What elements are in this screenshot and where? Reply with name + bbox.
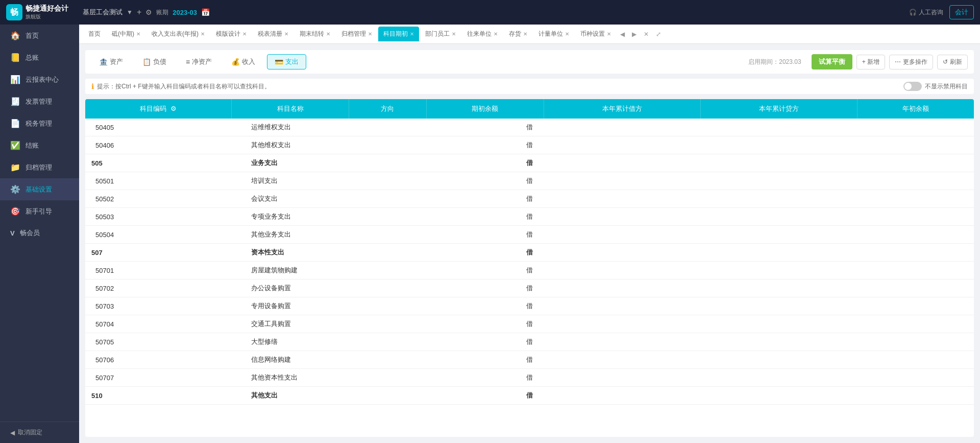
more-label: 更多操作 — [903, 58, 927, 66]
sidebar-item-member[interactable]: V 畅会员 — [0, 222, 79, 244]
cell-year-opening — [885, 262, 974, 279]
column-settings-icon[interactable]: ⚙ — [170, 105, 177, 112]
customer-service-button[interactable]: 🎧 人工咨询 — [909, 8, 943, 17]
tab-currency[interactable]: 币种设置 ✕ — [575, 27, 616, 41]
cell-opening — [565, 279, 672, 297]
table-row[interactable]: 50503 专项业务支出 借 — [85, 208, 974, 226]
tab-close-tax[interactable]: ✕ — [284, 31, 288, 37]
cell-code: 50701 — [85, 262, 245, 279]
refresh-button[interactable]: ↺ 刷新 — [937, 55, 968, 69]
calendar-icon[interactable]: 📅 — [201, 8, 210, 16]
tab-close-template[interactable]: ✕ — [242, 31, 247, 37]
top-header: 畅 畅捷通好会计 旗舰版 基层工会测试 ▼ + ⚙ 账期 2023-03 📅 🎧… — [0, 0, 980, 25]
sidebar-item-ledger[interactable]: 📒 总账 — [0, 46, 79, 68]
tab-close-annual[interactable]: ✕ — [201, 31, 205, 37]
table-row[interactable]: 50707 其他资本性支出 借 — [85, 369, 974, 387]
sidebar-collapse-button[interactable]: ◀ 取消固定 — [0, 422, 79, 443]
tab-close-counterpart[interactable]: ✕ — [494, 31, 498, 37]
workspace-name[interactable]: 基层工会测试 — [83, 8, 122, 17]
cat-tab-asset[interactable]: 🏦 资产 — [91, 54, 131, 69]
sidebar-item-close[interactable]: ✅ 结账 — [0, 134, 79, 156]
tab-close-dept-staff[interactable]: ✕ — [452, 31, 456, 37]
sidebar-item-home[interactable]: 🏠 首页 — [0, 25, 79, 46]
action-buttons: 试算平衡 + 新增 ⋯ 更多操作 ↺ 刷新 — [812, 54, 968, 69]
tab-subject-init[interactable]: 科目期初 ✕ — [378, 27, 419, 41]
tab-close-currency[interactable]: ✕ — [607, 31, 611, 37]
table-row[interactable]: 50705 大型修缮 借 — [85, 333, 974, 351]
table-scroll-area[interactable]: 50405 运维维权支出 借 50406 其他维权支出 借 505 业务支出 借… — [85, 119, 974, 437]
sidebar-item-guide[interactable]: 🎯 新手引导 — [0, 200, 79, 222]
table-row[interactable]: 50501 培训支出 借 — [85, 172, 974, 190]
data-table-container: 科目编码 ⚙ 科目名称 方向 期初余额 本年累计借方 本年累计贷方 年初余额 — [85, 99, 974, 437]
logo-sub: 旗舰版 — [26, 13, 68, 20]
sidebar-item-reports[interactable]: 📊 云报表中心 — [0, 68, 79, 90]
table-row[interactable]: 50706 信息网络购建 借 — [85, 351, 974, 369]
tab-close-period-close[interactable]: ✕ — [326, 31, 330, 37]
tab-close-unit[interactable]: ✕ — [565, 31, 569, 37]
tab-close-midterm[interactable]: ✕ — [136, 31, 140, 37]
sidebar-item-invoice[interactable]: 🧾 发票管理 — [0, 90, 79, 112]
info-icon: ℹ — [91, 82, 94, 90]
cat-tab-equity[interactable]: ≡ 净资产 — [178, 54, 219, 69]
cell-direction: 借 — [494, 315, 565, 333]
tab-nav-right[interactable]: ▶ — [629, 29, 640, 40]
tab-inventory[interactable]: 存货 ✕ — [504, 27, 532, 41]
tab-close-all[interactable]: ✕ — [641, 29, 652, 40]
tab-label-subject-init: 科目期初 — [383, 30, 408, 38]
tab-close-inventory[interactable]: ✕ — [523, 31, 527, 37]
table-row[interactable]: 505 业务支出 借 — [85, 154, 974, 172]
tab-home[interactable]: 首页 — [83, 27, 106, 41]
tab-maximize[interactable]: ⤢ — [653, 29, 664, 40]
more-actions-button[interactable]: ⋯ 更多操作 — [889, 55, 933, 69]
table-row[interactable]: 50702 办公设备购置 借 — [85, 279, 974, 297]
tab-midterm[interactable]: 砥(中期) ✕ — [107, 27, 145, 41]
table-row[interactable]: 50703 专用设备购置 借 — [85, 297, 974, 315]
tab-filing[interactable]: 归档管理 ✕ — [336, 27, 377, 41]
tab-period-close[interactable]: 期末结转 ✕ — [295, 27, 335, 41]
category-tabs-bar: 🏦 资产 📋 负债 ≡ 净资产 💰 收入 💳 支出 — [85, 50, 974, 74]
cat-tab-liability[interactable]: 📋 负债 — [135, 54, 174, 69]
table-row[interactable]: 510 其他支出 借 — [85, 387, 974, 405]
sidebar-label-reports: 云报表中心 — [26, 75, 59, 84]
tab-template[interactable]: 模版设计 ✕ — [211, 27, 252, 41]
sidebar-item-archive[interactable]: 📁 归档管理 — [0, 156, 79, 178]
cat-tab-income[interactable]: 💰 收入 — [224, 54, 263, 69]
settings-icon[interactable]: ⚙ — [145, 8, 152, 16]
tab-nav-left[interactable]: ◀ — [617, 29, 628, 40]
headset-icon: 🎧 — [909, 9, 917, 16]
add-workspace-button[interactable]: + — [137, 8, 141, 17]
tab-counterpart[interactable]: 往来单位 ✕ — [462, 27, 503, 41]
cell-name: 其他支出 — [245, 387, 494, 405]
cell-name: 专用设备购置 — [245, 297, 494, 315]
cell-direction: 借 — [494, 369, 565, 387]
disable-toggle[interactable] — [903, 82, 922, 91]
table-row[interactable]: 50502 会议支出 借 — [85, 190, 974, 208]
table-row[interactable]: 50504 其他业务支出 借 — [85, 226, 974, 244]
tab-tax[interactable]: 税表清册 ✕ — [253, 27, 293, 41]
cell-year-opening — [885, 172, 974, 190]
col-header-year-opening: 年初余额 — [857, 99, 974, 119]
tab-close-filing[interactable]: ✕ — [368, 31, 372, 37]
cat-tab-expense[interactable]: 💳 支出 — [267, 54, 306, 69]
add-button[interactable]: + 新增 — [856, 55, 885, 69]
table-row[interactable]: 507 资本性支出 借 — [85, 244, 974, 262]
table-row[interactable]: 50704 交通工具购置 借 — [85, 315, 974, 333]
cell-year-opening — [885, 315, 974, 333]
workspace-arrow-icon[interactable]: ▼ — [127, 9, 133, 16]
tab-unit[interactable]: 计量单位 ✕ — [533, 27, 574, 41]
table-row[interactable]: 50405 运维维权支出 借 — [85, 119, 974, 136]
sidebar-item-tax[interactable]: 📄 税务管理 — [0, 112, 79, 134]
table-row[interactable]: 50701 房屋建筑物购建 借 — [85, 262, 974, 279]
layout: 🏠 首页 📒 总账 📊 云报表中心 🧾 发票管理 📄 税务管理 ✅ 结账 📁 归… — [0, 25, 980, 443]
tab-annual[interactable]: 收入支出表(年报) ✕ — [146, 27, 210, 41]
sidebar-item-settings[interactable]: ⚙️ 基础设置 — [0, 178, 79, 200]
more-icon: ⋯ — [895, 58, 901, 65]
table-row[interactable]: 50406 其他维权支出 借 — [85, 136, 974, 154]
cell-direction: 借 — [494, 172, 565, 190]
balance-button[interactable]: 试算平衡 — [812, 54, 852, 69]
tab-dept-staff[interactable]: 部门员工 ✕ — [420, 27, 461, 41]
account-button[interactable]: 会计 — [949, 5, 974, 19]
tab-close-subject-init[interactable]: ✕ — [410, 31, 414, 37]
period-info: 启用期间：2023.03 — [748, 58, 801, 66]
tab-label-currency: 币种设置 — [580, 30, 605, 38]
